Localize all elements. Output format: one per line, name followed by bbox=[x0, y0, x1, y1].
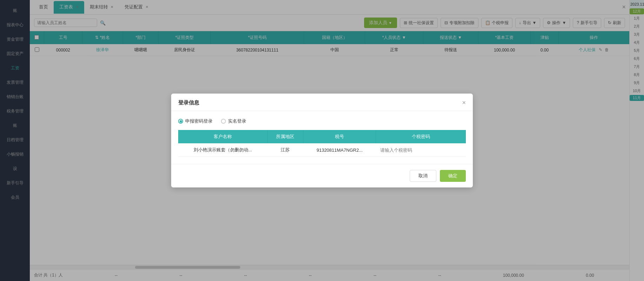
dialog-footer: 取消 确定 bbox=[171, 164, 473, 187]
modal-overlay: 登录信息 × 申报密码登录 实名登录 客户名称 所属地 bbox=[0, 0, 644, 281]
client-table-row: 刘小艳演示账套（勿删勿动... 江苏 91320811MA7NGR2... bbox=[178, 143, 466, 157]
dialog-body: 申报密码登录 实名登录 客户名称 所属地区 税号 个税密码 bbox=[171, 111, 473, 164]
radio-realname-indicator bbox=[221, 119, 226, 124]
confirm-button[interactable]: 确定 bbox=[440, 170, 466, 182]
tax-password-input[interactable] bbox=[380, 148, 462, 153]
dialog-title: 登录信息 bbox=[178, 100, 199, 106]
col-tax-password: 个税密码 bbox=[376, 130, 466, 143]
dialog-close-button[interactable]: × bbox=[462, 99, 466, 107]
client-table: 客户名称 所属地区 税号 个税密码 刘小艳演示账套（勿删勿动... 江苏 913… bbox=[178, 130, 466, 157]
radio-password-login[interactable]: 申报密码登录 bbox=[178, 118, 213, 124]
cancel-button[interactable]: 取消 bbox=[410, 170, 436, 182]
cell-client-region: 江苏 bbox=[267, 143, 303, 157]
dialog-header: 登录信息 × bbox=[171, 94, 473, 111]
col-region: 所属地区 bbox=[267, 130, 303, 143]
radio-realname-login[interactable]: 实名登录 bbox=[221, 118, 246, 124]
col-client-name: 客户名称 bbox=[178, 130, 267, 143]
login-dialog: 登录信息 × 申报密码登录 实名登录 客户名称 所属地 bbox=[171, 94, 473, 187]
cell-tax-password[interactable] bbox=[376, 143, 466, 157]
login-type-radio-group: 申报密码登录 实名登录 bbox=[178, 118, 466, 124]
radio-password-indicator bbox=[178, 119, 183, 124]
col-tax-no: 税号 bbox=[303, 130, 376, 143]
cell-tax-no: 91320811MA7NGR2... bbox=[303, 143, 376, 157]
cell-client-name: 刘小艳演示账套（勿删勿动... bbox=[178, 143, 267, 157]
